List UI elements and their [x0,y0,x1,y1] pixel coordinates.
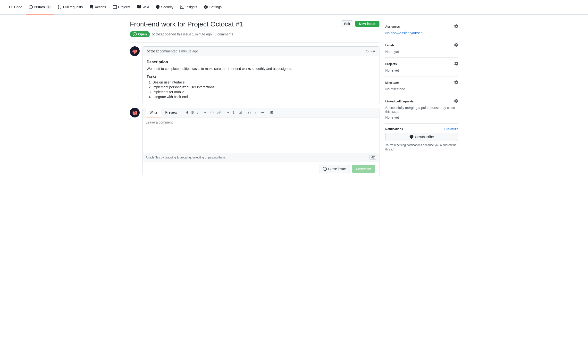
unsubscribe-button[interactable]: Unsubscribe [385,133,458,141]
nav-security-label: Security [161,5,174,9]
projects-gear-icon[interactable] [454,62,458,66]
assignees-value: No one—assign yourself [385,31,458,35]
task-list-button[interactable]: ☑ [237,109,244,115]
comment-action: commented 1 minute ago [160,49,198,53]
more-options-button[interactable]: ••• [371,49,375,53]
toolbar-area: H B I ≡ <> 🔗 [181,108,376,117]
linked-pr-text: Successfully merging a pull request may … [385,106,458,114]
editor-thread: 🐙 Write Preview H B [130,108,379,176]
toolbar-sep-4 [267,110,267,115]
heading-button[interactable]: H [184,109,189,115]
bell-slash-icon [410,135,413,139]
close-issue-button[interactable]: Close issue [319,165,350,173]
issue-author: octocat opened this issue 1 minute ago ·… [152,32,233,36]
insights-icon [180,5,184,9]
nav-settings[interactable]: Settings [201,0,225,15]
fullscreen-button[interactable]: ⊞ [269,109,275,115]
comment-button[interactable]: Comment [352,165,375,173]
milestone-header: Milestone [385,80,458,85]
assign-yourself-link[interactable]: No one—assign yourself [385,31,422,35]
toolbar-sep-2 [224,110,224,115]
nav-code-label: Code [14,5,22,9]
milestone-title: Milestone [385,81,399,84]
security-icon [156,5,160,9]
milestone-gear-icon[interactable] [454,80,458,85]
link-button[interactable]: 🔗 [216,109,223,115]
avatar: 🐙 [130,46,140,56]
code-icon [9,5,13,9]
reference-button[interactable]: ⇄ [253,109,259,115]
reply-avatar: 🐙 [130,108,140,117]
bold-button[interactable]: B [190,109,195,115]
list-item: Design user interface [152,80,375,84]
list-item: Implement personalized user interactions [152,85,375,89]
nav-insights[interactable]: Insights [177,0,200,15]
ordered-list-button[interactable]: 1. [231,109,237,115]
quote-button[interactable]: ≡ [203,109,208,115]
notifications-header: Notifications Customize [385,127,458,131]
svg-text:🐙: 🐙 [132,49,138,54]
nav-pull-requests[interactable]: Pull requests [55,0,86,15]
labels-gear-icon[interactable] [454,43,458,48]
comment-box: octocat commented 1 minute ago ☺ ••• Des… [143,46,379,104]
linked-pr-gear-icon[interactable] [454,99,458,104]
labels-title: Labels [385,44,395,47]
notifications-section: Notifications Customize Unsubscribe You'… [385,124,458,156]
nav-code[interactable]: Code [6,0,25,15]
actions-icon [90,5,93,9]
nav-actions[interactable]: Actions [87,0,109,15]
milestone-value: No milestone [385,87,458,91]
tasks-title: Tasks [147,74,375,78]
write-tab[interactable]: Write [146,108,161,117]
italic-button[interactable]: I [196,109,200,115]
mention-button[interactable]: @ [247,109,253,115]
new-issue-button[interactable]: New issue [355,21,379,27]
labels-value: None yet [385,50,458,54]
close-circle-icon [323,167,327,171]
preview-tab[interactable]: Preview [161,108,181,117]
linked-pr-title: Linked pull requests [385,100,414,103]
nav-issues[interactable]: Issues 1 [26,0,54,15]
description-text: We need to complete multiple tasks to ma… [147,66,375,71]
linked-pr-header: Linked pull requests [385,99,458,104]
issue-number: #1 [236,20,243,28]
comment-textarea[interactable] [146,120,376,149]
editor-actions: Close issue Comment [143,162,379,176]
projects-value: None yet [385,68,458,72]
customize-link[interactable]: Customize [444,127,458,131]
issue-meta: Open octocat opened this issue 1 minute … [130,31,379,37]
comment-thread: 🐙 octocat commented 1 minute ago ☺ ••• D… [130,46,379,104]
editor-tabs: Write Preview H B I [143,108,379,117]
unordered-list-button[interactable]: ≡ [226,109,231,115]
nav-issues-label: Issues [34,5,45,9]
nav-wiki-label: Wiki [143,5,149,9]
comment-body: Description We need to complete multiple… [143,56,379,104]
assignees-gear-icon[interactable] [454,24,458,29]
nav-projects[interactable]: Projects [110,0,134,15]
comment-editor: Write Preview H B I [143,108,379,176]
linked-pr-value: None yet [385,116,458,119]
milestone-section: Milestone No milestone [385,76,458,95]
issue-header-actions: Edit New issue [341,20,379,27]
tasks-list: Design user interface Implement personal… [147,80,375,99]
edit-button[interactable]: Edit [341,20,353,27]
nav-security[interactable]: Security [153,0,176,15]
comment-header-right: ☺ ••• [365,49,375,53]
sidebar: Assignees No one—assign yourself Labels … [385,20,458,180]
nav-actions-label: Actions [95,5,106,9]
emoji-button[interactable]: ☺ [365,49,369,53]
toolbar-sep-1 [201,110,201,115]
top-navigation: Code Issues 1 Pull requests Actions Proj… [0,0,588,15]
description-title: Description [147,60,375,64]
nav-wiki[interactable]: Wiki [134,0,152,15]
issues-badge: 1 [46,5,51,9]
comment-header: octocat commented 1 minute ago ☺ ••• [143,47,379,56]
projects-icon [113,5,117,9]
code-button[interactable]: <> [208,109,215,115]
editor-content [143,117,379,153]
pull-requests-icon [58,5,62,9]
nav-settings-label: Settings [209,5,222,9]
open-badge-label: Open [138,32,147,36]
undo-button[interactable]: ↩ [260,109,266,115]
attach-files-text: Attach files by dragging & dropping, sel… [146,156,226,159]
